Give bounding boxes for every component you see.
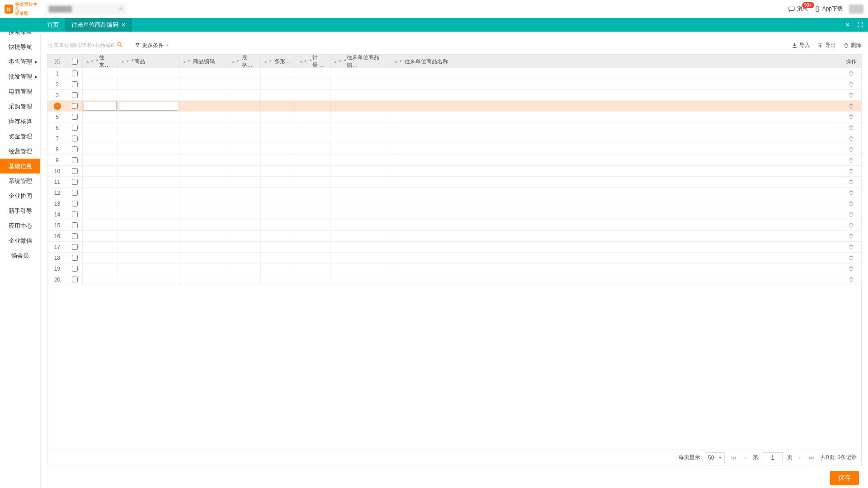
avatar[interactable]: [849, 5, 863, 14]
tab-close-all-icon[interactable]: ✕: [844, 21, 852, 29]
tabs-right: ✕: [844, 18, 864, 32]
brand-name: 畅捷通好生意: [15, 2, 41, 11]
messages-badge: 99+: [802, 2, 814, 8]
tab-home[interactable]: 首页: [41, 18, 65, 32]
tab-current-label: 往来单位商品编码: [71, 21, 118, 29]
app-download-label: App下载: [822, 5, 843, 13]
phone-icon: [814, 6, 821, 12]
fullscreen-icon[interactable]: [856, 21, 864, 29]
message-icon: [788, 5, 795, 13]
top-header: b 畅捷通好生意 标准版 ██████ 消息 99+ App下载: [0, 0, 868, 18]
svg-rect-1: [816, 6, 819, 11]
svg-rect-0: [789, 7, 794, 10]
org-name: ██████: [49, 6, 72, 12]
logo-area: b 畅捷通好生意 标准版: [5, 2, 41, 16]
logo-text: 畅捷通好生意 标准版: [15, 2, 41, 16]
brand-edition: 标准版: [15, 11, 41, 16]
tab-current[interactable]: 往来单位商品编码 ✕: [65, 18, 132, 32]
header-right: 消息 99+ App下载: [788, 5, 863, 14]
logo-icon: b: [5, 5, 13, 14]
app-download-button[interactable]: App下载: [814, 5, 843, 13]
tab-home-label: 首页: [47, 21, 59, 29]
messages-button[interactable]: 消息 99+: [788, 5, 808, 13]
tabs-bar: 首页 往来单位商品编码 ✕ ✕: [0, 18, 868, 32]
org-dropdown[interactable]: ██████: [45, 3, 127, 15]
close-icon[interactable]: ✕: [121, 22, 126, 28]
